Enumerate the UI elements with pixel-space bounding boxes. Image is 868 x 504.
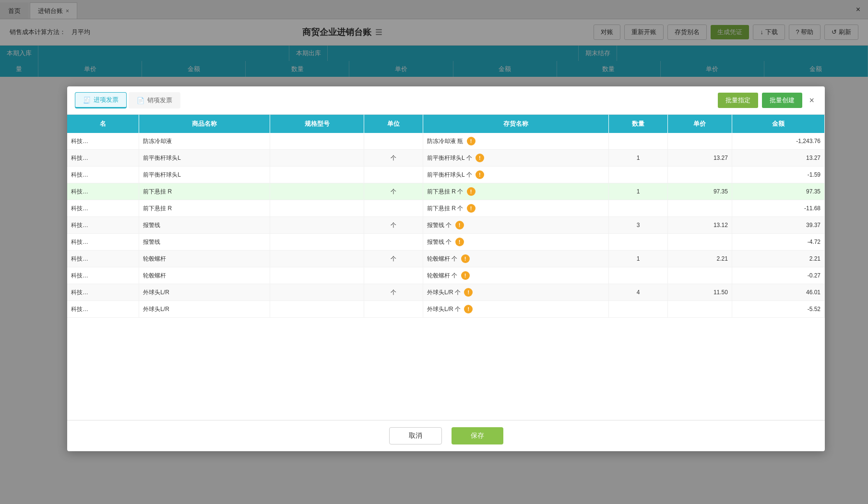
table-cell: 前下悬挂 R 个 ! bbox=[423, 183, 609, 200]
table-cell bbox=[270, 301, 364, 318]
save-button[interactable]: 保存 bbox=[452, 427, 503, 444]
table-cell bbox=[270, 234, 364, 251]
table-cell: 11.50 bbox=[667, 284, 732, 301]
table-cell: 前下悬挂 R 个 ! bbox=[423, 200, 609, 217]
warning-icon: ! bbox=[476, 154, 484, 162]
table-cell bbox=[270, 284, 364, 301]
table-cell: 个 bbox=[364, 150, 423, 167]
table-cell bbox=[364, 133, 423, 150]
table-cell: 前平衡杆球头L bbox=[139, 150, 270, 167]
table-row[interactable]: 科技…外球头L/R个外球头L/R 个 !411.5046.01 bbox=[67, 284, 825, 301]
table-cell: 科技… bbox=[67, 183, 139, 200]
invoice-table: 名 商品名称 规格型号 单位 存货名称 数量 单价 金额 科技…防冻冷却液防冻冷… bbox=[67, 115, 825, 318]
table-cell: 前下悬挂 R bbox=[139, 183, 270, 200]
table-cell: 外球头L/R 个 ! bbox=[423, 301, 609, 318]
table-cell: 轮毂螺杆 个 ! bbox=[423, 267, 609, 284]
warning-icon: ! bbox=[455, 221, 464, 229]
table-row[interactable]: 科技…前平衡杆球头L前平衡杆球头L 个 !-1.59 bbox=[67, 167, 825, 183]
warning-icon: ! bbox=[476, 170, 484, 179]
table-cell: 报警线 个 ! bbox=[423, 217, 609, 234]
th-product: 商品名称 bbox=[139, 115, 270, 133]
th-spec: 规格型号 bbox=[270, 115, 364, 133]
table-cell: 前下悬挂 R bbox=[139, 200, 270, 217]
table-cell bbox=[667, 301, 732, 318]
table-cell bbox=[364, 267, 423, 284]
table-row[interactable]: 科技…防冻冷却液防冻冷却液 瓶 !-1,243.76 bbox=[67, 133, 825, 150]
warning-icon: ! bbox=[464, 288, 473, 297]
table-cell bbox=[270, 133, 364, 150]
batch-assign-button[interactable]: 批量指定 bbox=[718, 93, 758, 108]
table-row[interactable]: 科技…前平衡杆球头L个前平衡杆球头L 个 !113.2713.27 bbox=[67, 150, 825, 167]
table-cell: 个 bbox=[364, 284, 423, 301]
table-cell: 13.12 bbox=[667, 217, 732, 234]
th-name: 名 bbox=[67, 115, 139, 133]
modal-footer: 取消 保存 bbox=[67, 420, 825, 451]
table-cell: 轮毂螺杆 bbox=[139, 251, 270, 267]
table-cell bbox=[270, 183, 364, 200]
table-cell bbox=[270, 251, 364, 267]
table-row[interactable]: 科技…轮毂螺杆轮毂螺杆 个 !-0.27 bbox=[67, 267, 825, 284]
table-cell: -11.68 bbox=[732, 200, 824, 217]
table-cell bbox=[270, 200, 364, 217]
outgoing-invoice-label: 销项发票 bbox=[147, 96, 172, 105]
table-cell: -0.27 bbox=[732, 267, 824, 284]
modal-close-button[interactable]: × bbox=[806, 95, 817, 107]
warning-icon: ! bbox=[461, 254, 470, 263]
table-cell: 个 bbox=[364, 251, 423, 267]
table-cell bbox=[609, 200, 668, 217]
table-row[interactable]: 科技…报警线个报警线 个 !313.1239.37 bbox=[67, 217, 825, 234]
table-cell bbox=[667, 200, 732, 217]
th-inventory: 存货名称 bbox=[423, 115, 609, 133]
table-cell: 科技… bbox=[67, 217, 139, 234]
table-cell: 科技… bbox=[67, 167, 139, 183]
table-cell: 外球头L/R bbox=[139, 284, 270, 301]
table-cell: 2.21 bbox=[667, 251, 732, 267]
modal-header: 🧾 进项发票 📄 销项发票 批量指定 批量创建 × bbox=[67, 86, 825, 115]
warning-icon: ! bbox=[467, 137, 476, 145]
table-cell: -4.72 bbox=[732, 234, 824, 251]
th-price: 单价 bbox=[667, 115, 732, 133]
table-row[interactable]: 科技…前下悬挂 R个前下悬挂 R 个 !197.3597.35 bbox=[67, 183, 825, 200]
warning-icon: ! bbox=[461, 271, 470, 280]
tab-incoming-invoice[interactable]: 🧾 进项发票 bbox=[75, 92, 127, 108]
table-cell: 前平衡杆球头L bbox=[139, 167, 270, 183]
table-cell bbox=[609, 301, 668, 318]
modal-table-wrapper[interactable]: 名 商品名称 规格型号 单位 存货名称 数量 单价 金额 科技…防冻冷却液防冻冷… bbox=[67, 115, 825, 420]
table-cell: 3 bbox=[609, 217, 668, 234]
table-cell: 防冻冷却液 bbox=[139, 133, 270, 150]
warning-icon: ! bbox=[467, 187, 476, 196]
table-cell bbox=[667, 133, 732, 150]
table-row[interactable]: 科技…报警线报警线 个 !-4.72 bbox=[67, 234, 825, 251]
table-row[interactable]: 科技…轮毂螺杆个轮毂螺杆 个 !12.212.21 bbox=[67, 251, 825, 267]
table-cell: 防冻冷却液 瓶 ! bbox=[423, 133, 609, 150]
table-cell: 13.27 bbox=[667, 150, 732, 167]
warning-icon: ! bbox=[464, 305, 473, 313]
table-cell bbox=[667, 234, 732, 251]
batch-create-button[interactable]: 批量创建 bbox=[762, 93, 802, 108]
outgoing-invoice-icon: 📄 bbox=[137, 97, 144, 104]
table-row[interactable]: 科技…外球头L/R外球头L/R 个 !-5.52 bbox=[67, 301, 825, 318]
table-cell: 前平衡杆球头L 个 ! bbox=[423, 167, 609, 183]
table-cell: 科技… bbox=[67, 251, 139, 267]
table-cell: 46.01 bbox=[732, 284, 824, 301]
tab-outgoing-invoice[interactable]: 📄 销项发票 bbox=[129, 92, 180, 108]
invoice-modal: 🧾 进项发票 📄 销项发票 批量指定 批量创建 × 名 商品名称 规格型号 单位 bbox=[67, 86, 825, 451]
table-cell bbox=[364, 200, 423, 217]
table-cell bbox=[609, 267, 668, 284]
table-cell: -1.59 bbox=[732, 167, 824, 183]
table-cell: 1 bbox=[609, 251, 668, 267]
table-cell: 科技… bbox=[67, 150, 139, 167]
table-cell bbox=[364, 234, 423, 251]
cancel-button[interactable]: 取消 bbox=[389, 427, 442, 444]
table-cell bbox=[364, 301, 423, 318]
table-row[interactable]: 科技…前下悬挂 R前下悬挂 R 个 !-11.68 bbox=[67, 200, 825, 217]
table-header-row: 名 商品名称 规格型号 单位 存货名称 数量 单价 金额 bbox=[67, 115, 825, 133]
table-cell: 个 bbox=[364, 217, 423, 234]
table-cell: 科技… bbox=[67, 133, 139, 150]
table-cell bbox=[270, 167, 364, 183]
table-cell bbox=[364, 167, 423, 183]
table-cell bbox=[609, 234, 668, 251]
table-cell: 97.35 bbox=[667, 183, 732, 200]
table-cell: 1 bbox=[609, 183, 668, 200]
table-cell: -5.52 bbox=[732, 301, 824, 318]
